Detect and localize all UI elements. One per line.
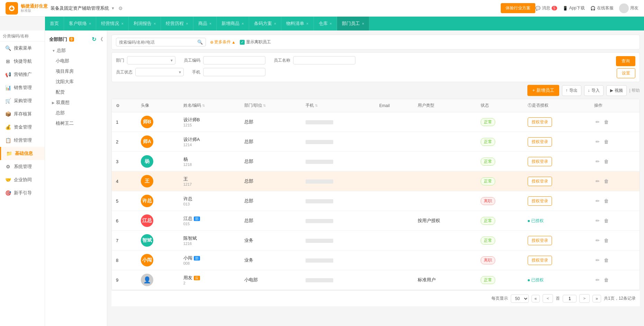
phone-input[interactable] [203,68,265,76]
add-employee-button[interactable]: + 新增员工 [527,85,559,96]
user-menu[interactable]: 用友 [619,3,638,13]
tree-item-hq2[interactable]: 总部 [45,108,107,118]
close-icon[interactable]: × [89,21,91,26]
sidebar-search-input[interactable] [3,34,45,38]
app-download-btn[interactable]: 📱 App下载 [563,5,585,11]
sidebar-item-basic[interactable]: 📁 基础信息 [0,147,45,160]
delete-btn[interactable]: 🗑 [602,118,610,125]
sidebar-item-system[interactable]: ⚙ 系统管理 [0,160,45,173]
close-icon[interactable]: × [306,21,308,26]
nav-tab-dept-staff[interactable]: 部门员工 × [337,17,369,30]
help-btn[interactable]: | 帮助 [629,88,640,94]
refresh-tree-btn[interactable]: ↻ [92,36,96,43]
view-video-button[interactable]: ▶ 视频 [606,85,627,96]
import-button[interactable]: ↓ 导入 [584,85,604,96]
edit-btn[interactable]: ✏ [594,197,601,204]
nav-tab-home[interactable]: 首页 [45,17,64,30]
edit-btn[interactable]: ✏ [594,217,601,224]
edit-btn[interactable]: ✏ [594,276,601,283]
next-page-btn[interactable]: ＞ [579,294,590,303]
close-icon[interactable]: × [209,21,211,26]
close-icon[interactable]: × [242,21,244,26]
emp-code-input[interactable] [203,56,265,64]
prev-page-btn[interactable]: ＜ [543,294,553,303]
sidebar-item-marketing[interactable]: 📢 营销推广 [0,68,45,81]
nav-tab-barcode[interactable]: 条码方案 × [249,17,281,30]
sidebar-item-inventory[interactable]: 📦 库存核算 [0,107,45,121]
delete-btn[interactable]: 🗑 [602,158,610,165]
tree-item-double-deer-expand[interactable]: ▶ 双鹿想 [45,97,107,108]
dept-select[interactable] [127,56,175,64]
auth-login-btn[interactable]: 授权登录 [528,196,552,206]
sys-dropdown-arrow[interactable]: ▾ [112,6,114,11]
edit-btn[interactable]: ✏ [594,158,601,165]
search-input[interactable] [119,40,196,45]
nav-tab-profit[interactable]: 利润报告 × [129,17,161,30]
nav-tab-history[interactable]: 经营历程 × [161,17,193,30]
nav-tab-new-goods[interactable]: 新增商品 × [217,17,249,30]
sidebar-item-finance[interactable]: 💰 资金管理 [0,121,45,134]
online-service-btn[interactable]: 🎧 在线客服 [590,5,614,11]
tree-item-small-electric[interactable]: 小电部 [45,56,107,66]
set-button[interactable]: 设置 [617,68,635,78]
auth-login-btn[interactable]: 授权登录 [528,157,552,166]
first-page-btn[interactable]: « [532,295,540,302]
collapse-tree-btn[interactable]: 《 [98,36,103,43]
close-icon[interactable]: × [186,21,188,26]
edit-btn[interactable]: ✏ [594,138,601,145]
close-icon[interactable]: × [274,21,276,26]
sidebar-item-nav[interactable]: ⊞ 快捷导航 [0,55,45,68]
auth-login-btn[interactable]: 授权登录 [528,177,552,186]
close-icon[interactable]: × [362,21,364,26]
auth-login-btn[interactable]: 授权登录 [528,256,552,265]
more-filter-btn[interactable]: ⊕ 更多条件 ▲ [210,39,236,45]
tree-item-headquarter-expand[interactable]: ▼ 总部 [45,45,107,56]
tree-item-planting[interactable]: 植树王二 [45,118,107,129]
nav-tab-business[interactable]: 经营情况 × [96,17,128,30]
auth-login-btn[interactable]: 授权登录 [528,117,552,127]
status-select[interactable] [135,68,184,76]
delete-btn[interactable]: 🗑 [602,178,610,185]
search-icon[interactable]: 🔍 [197,39,203,45]
edit-btn[interactable]: ✏ [594,178,601,185]
delete-btn[interactable]: 🗑 [602,217,610,224]
auth-login-btn[interactable]: 授权登录 [528,236,552,245]
sidebar-item-sales[interactable]: 📊 销售管理 [0,81,45,94]
sidebar-item-guide[interactable]: 🎯 新手引导 [0,186,45,200]
tree-item-project-warehouse[interactable]: 项目库房 [45,66,107,77]
tree-item-shenyang[interactable]: 沈阳大库 [45,77,107,87]
close-icon[interactable]: × [154,21,156,26]
sidebar-item-search[interactable]: 🔍 搜索菜单 [0,42,45,55]
sidebar-item-operation[interactable]: 📋 经营管理 [0,134,45,147]
show-resigned-toggle[interactable]: 显示离职员工 [240,39,271,45]
delete-btn[interactable]: 🗑 [602,237,610,244]
col-phone[interactable]: 手机 [301,99,375,112]
last-page-btn[interactable]: » [592,295,601,302]
page-input[interactable] [563,295,577,302]
resigned-checkbox[interactable] [240,40,245,45]
nav-tab-goods[interactable]: 商品 × [193,17,217,30]
message-btn[interactable]: 💬 消息 5 [535,5,557,11]
nav-tab-warehouse[interactable]: 仓库 × [314,17,337,30]
col-name[interactable]: 姓名/编码 [179,99,241,112]
col-settings[interactable]: ⚙ [112,99,137,112]
per-page-select[interactable]: 50 [511,294,529,303]
tree-item-distribution[interactable]: 配货 [45,87,107,97]
delete-btn[interactable]: 🗑 [602,197,610,204]
close-icon[interactable]: × [330,21,332,26]
export-button[interactable]: ↑ 导出 [562,85,581,96]
sidebar-item-collab[interactable]: 🤝 企业协同 [0,173,45,186]
edit-btn[interactable]: ✏ [594,237,601,244]
sidebar-item-purchase[interactable]: 🛒 采购管理 [0,94,45,107]
nav-tab-bom[interactable]: 物料清单 × [281,17,314,30]
delete-btn[interactable]: 🗑 [602,276,610,283]
query-button[interactable]: 查询 [616,56,635,66]
auth-login-btn[interactable]: 授权登录 [528,137,552,147]
nav-tab-customer[interactable]: 客户联络 × [64,17,96,30]
delete-btn[interactable]: 🗑 [602,257,610,264]
emp-name-input[interactable] [293,56,355,64]
trial-button[interactable]: 体验行业方案 [501,3,535,13]
col-dept[interactable]: 部门/职位 [240,99,301,112]
delete-btn[interactable]: 🗑 [602,138,610,145]
close-icon[interactable]: × [121,21,123,26]
